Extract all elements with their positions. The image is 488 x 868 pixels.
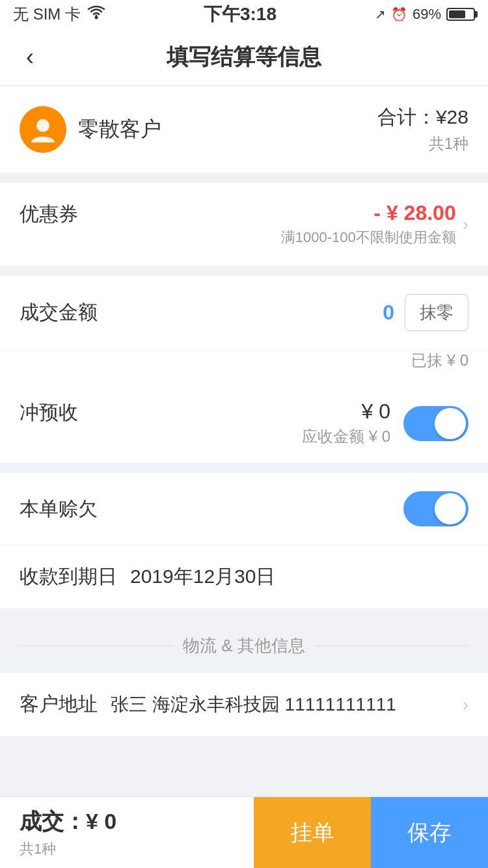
hold-button[interactable]: 挂单 [254,797,371,869]
customer-name: 零散客户 [78,115,161,144]
due-date-label: 收款到期日 [20,563,117,590]
coupon-arrow-icon: › [463,214,468,235]
deal-amount-row: 成交金额 0 抹零 [0,276,488,350]
status-left: 无 SIM 卡 [13,4,105,25]
section-divider-1 [0,265,488,276]
content-area: 零散客户 合计：¥28 共1种 优惠券 - ¥ 28.00 满1000-100不… [0,86,488,868]
deal-amount-section: 成交金额 0 抹零 已抹 ¥ 0 冲预收 ¥ 0 应收金额 ¥ 0 [0,276,488,463]
section-divider-2 [0,463,488,473]
prepayment-sub: 应收金额 ¥ 0 [302,426,390,447]
debt-section: 本单赊欠 收款到期日 2019年12月30日 [0,473,488,608]
bottom-deal-amount: ¥ 0 [86,809,116,834]
logistics-header: 物流 & 其他信息 [0,619,488,673]
already-zeroed-row: 已抹 ¥ 0 [0,350,488,384]
logistics-label: 物流 & 其他信息 [183,634,305,657]
nav-bar: ‹ 填写结算等信息 [0,29,488,86]
prepayment-amount: ¥ 0 [302,400,390,424]
bottom-deal-label: 成交： [20,809,86,834]
back-button[interactable]: ‹ [20,37,40,77]
bottom-deal-text: 成交：¥ 0 [20,807,234,837]
coupon-label: 优惠券 [20,201,78,228]
deal-amount-right: 0 抹零 [383,294,468,331]
alarm-icon: ⏰ [391,7,407,22]
page-title: 填写结算等信息 [167,42,321,72]
customer-left: 零散客户 [20,106,161,153]
customer-avatar [20,106,66,153]
total-count: 共1种 [377,133,468,154]
battery-percent: 69% [413,6,441,23]
svg-point-0 [95,16,98,20]
round-zero-button[interactable]: 抹零 [405,294,468,331]
already-zeroed-text: 已抹 ¥ 0 [411,350,468,371]
prepayment-toggle[interactable] [403,406,468,441]
prepayment-amounts: ¥ 0 应收金额 ¥ 0 [302,400,390,447]
sim-label: 无 SIM 卡 [13,4,81,25]
status-time: 下午3:18 [204,2,277,27]
address-row[interactable]: 客户地址 张三 海淀永丰科技园 11111111111 › [0,673,488,736]
debt-toggle[interactable] [403,491,468,526]
deal-amount-label: 成交金额 [20,299,98,326]
total-amount: 合计：¥28 [377,104,468,131]
debt-row: 本单赊欠 [0,473,488,545]
save-button[interactable]: 保存 [371,797,488,869]
toggle-knob [435,408,466,439]
coupon-right: - ¥ 28.00 满1000-100不限制使用金额 › [281,201,468,247]
bottom-bar: 成交：¥ 0 共1种 挂单 保存 [0,796,488,868]
coupon-amount: - ¥ 28.00 [281,201,456,225]
customer-total: 合计：¥28 共1种 [377,104,468,154]
customer-row: 零散客户 合计：¥28 共1种 [0,86,488,172]
coupon-desc: 满1000-100不限制使用金额 [281,228,456,247]
coupon-section: 优惠券 - ¥ 28.00 满1000-100不限制使用金额 › [0,183,488,265]
deal-amount-value: 0 [383,301,394,325]
due-date-value: 2019年12月30日 [130,563,275,590]
address-label: 客户地址 [20,691,98,718]
debt-toggle-knob [435,493,466,524]
address-value: 张三 海淀永丰科技园 11111111111 [111,692,463,717]
address-arrow-icon: › [463,694,468,715]
battery-icon [446,8,475,21]
location-icon: ↗ [375,7,386,22]
status-right: ↗ ⏰ 69% [375,6,475,23]
bottom-count: 共1种 [20,839,234,859]
due-date-row: 收款到期日 2019年12月30日 [0,545,488,608]
status-bar: 无 SIM 卡 下午3:18 ↗ ⏰ 69% [0,0,488,29]
section-divider-3 [0,608,488,619]
prepayment-label: 冲预收 [20,400,78,426]
svg-point-1 [36,119,49,132]
debt-label: 本单赊欠 [20,496,98,522]
prepayment-row: 冲预收 ¥ 0 应收金额 ¥ 0 [0,384,488,463]
bottom-summary: 成交：¥ 0 共1种 [0,807,254,859]
customer-card: 零散客户 合计：¥28 共1种 [0,86,488,172]
coupon-row[interactable]: 优惠券 - ¥ 28.00 满1000-100不限制使用金额 › [0,183,488,265]
wifi-icon [87,5,105,23]
